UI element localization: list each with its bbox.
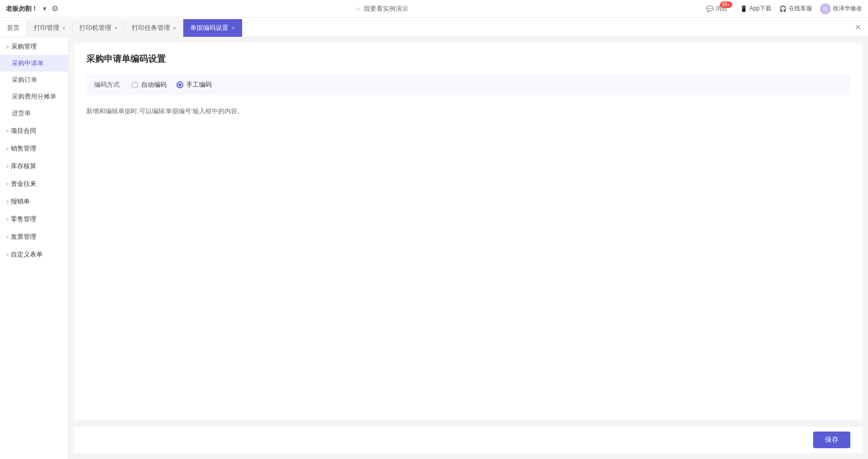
online-service-button[interactable]: 🎧 在线客服 [779,4,812,13]
logo-text: 老板勿割！ [6,4,38,13]
sidebar-group-purchase-mgmt: ∨ 采购管理 采购申请单 采购订单 采购费用分摊单 进货单 [0,38,68,122]
messages-button[interactable]: 💬 消息 99+ [706,4,727,13]
radio-auto-encoding[interactable]: 自动编码 [131,80,167,89]
online-service-label: 在线客服 [789,4,812,13]
sidebar-group-invoice-mgmt-label: 发票管理 [11,232,36,241]
sidebar-item-purchase-order-label: 采购订单 [12,76,37,83]
sidebar-group-inventory-header[interactable]: > 库存核算 [0,158,68,175]
sidebar-group-finance-label: 资金往来 [11,179,36,188]
headset-icon: 🎧 [779,5,787,12]
sidebar-group-project-contract: > 项目合同 [0,123,68,139]
main-layout: ∨ 采购管理 采购申请单 采购订单 采购费用分摊单 进货单 > 项目合同 [0,37,868,459]
sidebar-group-returns-label: 报销单 [11,197,30,206]
sidebar-group-retail-mgmt-header[interactable]: > 零售管理 [0,211,68,228]
top-bar: 老板勿割！ ▼ ⚙ ○ 我要看实例演示 💬 消息 99+ 📱 App下载 🎧 在… [0,0,868,18]
encoding-label: 编码方式 [94,80,124,89]
top-bar-right: 💬 消息 99+ 📱 App下载 🎧 在线客服 徐 徐泽华修改 [706,3,862,14]
search-circle-icon: ○ [356,5,360,13]
sidebar-group-finance: > 资金往来 [0,176,68,192]
sidebar-group-purchase-mgmt-header[interactable]: ∨ 采购管理 [0,38,68,55]
sidebar-group-retail-mgmt: > 零售管理 [0,211,68,228]
search-text: 我要看实例演示 [364,4,408,13]
sidebar-group-returns: > 报销单 [0,193,68,210]
tab-home-label: 首页 [7,24,20,32]
tab-print-task-label: 打印任务管理 [132,24,170,32]
chevron-right-icon-5: > [6,199,9,204]
messages-badge: 99+ [720,1,732,8]
tab-print-task-close[interactable]: × [173,25,176,31]
tab-print-mgmt[interactable]: 打印管理 × [27,19,73,37]
tab-print-mgmt-label: 打印管理 [34,24,59,32]
tab-printer-mgmt[interactable]: 打印机管理 × [73,19,124,37]
username-label: 徐泽华修改 [833,4,862,13]
chevron-right-icon-4: > [6,181,9,187]
radio-auto-label: 自动编码 [141,80,167,89]
sidebar-group-inventory-label: 库存核算 [11,162,36,171]
sidebar-item-purchase-order[interactable]: 采购订单 [0,72,68,88]
encoding-section: 编码方式 自动编码 手工编码 [86,75,850,95]
sidebar-group-sales-mgmt-header[interactable]: > 销售管理 [0,140,68,157]
hint-text: 新增和编辑单据时,可以编辑'单据编号'输入框中的内容。 [86,103,850,120]
sidebar-group-invoice-mgmt: > 发票管理 [0,229,68,245]
tab-bar-close-button[interactable]: ✕ [848,23,868,32]
chevron-right-icon-6: > [6,217,9,222]
chevron-right-icon-1: > [6,128,9,134]
search-bar[interactable]: ○ 我要看实例演示 [356,4,408,13]
sidebar-group-invoice-mgmt-header[interactable]: > 发票管理 [0,229,68,245]
sidebar-group-returns-header[interactable]: > 报销单 [0,193,68,210]
tab-home[interactable]: 首页 [0,19,27,37]
chevron-right-icon-3: > [6,164,9,169]
sidebar-group-inventory: > 库存核算 [0,158,68,175]
top-bar-left: 老板勿割！ ▼ ⚙ [6,4,58,13]
user-menu[interactable]: 徐 徐泽华修改 [820,3,862,14]
radio-manual-label: 手工编码 [186,80,212,89]
sidebar-group-custom-forms-label: 自定义表单 [11,250,43,259]
save-button[interactable]: 保存 [813,432,850,448]
sidebar-group-project-contract-label: 项目合同 [11,127,36,135]
app-download-button[interactable]: 📱 App下载 [740,4,771,13]
content-area: 采购申请单编码设置 编码方式 自动编码 手工编码 新增和编辑单据时,可以编辑'单… [69,37,868,459]
tab-barcode-setting-close[interactable]: × [231,25,234,31]
settings-icon[interactable]: ⚙ [51,4,58,13]
sidebar-item-purchase-expense-label: 采购费用分摊单 [12,93,56,100]
sidebar-group-retail-mgmt-label: 零售管理 [11,215,36,224]
encoding-radio-group: 自动编码 手工编码 [131,80,212,89]
tab-barcode-setting-label: 单据编码设置 [190,24,228,32]
chevron-right-icon-2: > [6,146,9,152]
sidebar-item-purchase-request-label: 采购申请单 [12,59,44,67]
tab-printer-mgmt-close[interactable]: × [114,25,117,31]
app-download-label: App下载 [749,4,771,13]
sidebar-group-finance-header[interactable]: > 资金往来 [0,176,68,192]
sidebar-item-incoming[interactable]: 进货单 [0,105,68,122]
sidebar-group-purchase-mgmt-label: 采购管理 [11,42,37,51]
chevron-down-icon: ∨ [6,44,9,50]
content-main: 采购申请单编码设置 编码方式 自动编码 手工编码 新增和编辑单据时,可以编辑'单… [74,43,862,420]
content-footer: 保存 [74,426,862,453]
chat-icon: 💬 [706,5,714,12]
radio-manual-encoding[interactable]: 手工编码 [176,80,212,89]
page-title: 采购申请单编码设置 [86,53,850,65]
sidebar-group-project-contract-header[interactable]: > 项目合同 [0,123,68,139]
radio-auto-circle [131,81,138,88]
tab-bar: 首页 打印管理 × 打印机管理 × 打印任务管理 × 单据编码设置 × ✕ [0,18,868,37]
tab-printer-mgmt-label: 打印机管理 [79,24,111,32]
app-icon: 📱 [740,5,747,12]
dropdown-icon[interactable]: ▼ [42,5,48,12]
sidebar-item-purchase-request[interactable]: 采购申请单 [0,55,68,72]
sidebar-group-sales-mgmt-label: 销售管理 [11,144,36,153]
chevron-right-icon-7: > [6,234,9,240]
sidebar-item-incoming-label: 进货单 [12,109,31,117]
sidebar: ∨ 采购管理 采购申请单 采购订单 采购费用分摊单 进货单 > 项目合同 [0,37,69,459]
sidebar-group-custom-forms: > 自定义表单 [0,246,68,263]
sidebar-item-purchase-expense[interactable]: 采购费用分摊单 [0,88,68,105]
sidebar-group-sales-mgmt: > 销售管理 [0,140,68,157]
chevron-right-icon-8: > [6,252,9,257]
sidebar-group-custom-forms-header[interactable]: > 自定义表单 [0,246,68,263]
tab-barcode-setting[interactable]: 单据编码设置 × [183,19,242,37]
tab-print-mgmt-close[interactable]: × [62,25,65,31]
avatar: 徐 [820,3,831,14]
tab-print-task[interactable]: 打印任务管理 × [125,19,183,37]
radio-manual-circle [176,81,183,88]
